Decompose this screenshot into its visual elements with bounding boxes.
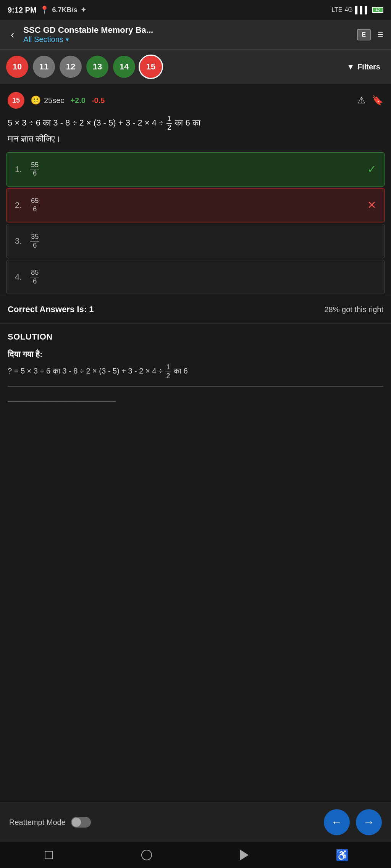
- question-meta: 15 🙂 25sec +2.0 -0.5 ⚠ 🔖: [8, 92, 383, 109]
- android-home-button[interactable]: [139, 847, 154, 863]
- tab-10[interactable]: 10: [6, 56, 28, 78]
- chevron-down-icon: ▾: [66, 36, 69, 43]
- solution-title: SOLUTION: [8, 332, 383, 342]
- option-4-number: 4.: [15, 272, 22, 282]
- question-text-part2: का 6 का: [173, 118, 200, 127]
- android-recents-button[interactable]: [41, 847, 57, 863]
- option-1-left: 1. 55 6: [15, 161, 40, 178]
- tab-15[interactable]: 15: [140, 56, 162, 78]
- question-tabs-row: 10 11 12 13 14 15 ▼ Filters: [0, 50, 391, 84]
- accessibility-icon: ♿: [336, 849, 349, 862]
- solution-given-label: दिया गया है:: [8, 349, 383, 359]
- page-title: SSC GD Constable Memory Ba...: [23, 25, 153, 35]
- option-1[interactable]: 1. 55 6 ✓: [6, 152, 385, 187]
- network-speed: 6.7KB/s: [52, 6, 78, 14]
- timer-value: 25sec: [44, 96, 64, 105]
- status-bar: 9:12 PM 📍 6.7KB/s ✦ LTE 4G ▌▌▌ 42: [0, 0, 391, 20]
- option-3-number: 3.: [15, 236, 22, 246]
- app-header: ‹ SSC GD Constable Memory Ba... All Sect…: [0, 20, 391, 50]
- option-2-frac: 65 6: [30, 197, 39, 214]
- solution-text-part1: ? = 5 × 3 ÷ 6 का 3 - 8 ÷ 2 × (3 - 5) + 3…: [8, 367, 165, 375]
- option-2-number: 2.: [15, 200, 22, 210]
- signal-bars: ▌▌▌: [355, 6, 370, 14]
- reattempt-toggle[interactable]: [71, 817, 91, 828]
- solution-text-part2: का 6: [171, 367, 187, 375]
- timer-area: 🙂 25sec: [31, 95, 64, 105]
- tab-13[interactable]: 13: [86, 56, 108, 78]
- back-button[interactable]: ‹: [8, 27, 17, 42]
- question-frac: 12: [166, 115, 172, 132]
- options-area: 1. 55 6 ✓ 2. 65 6 ✕ 3. 35 6: [0, 152, 391, 295]
- option-3-left: 3. 35 6: [15, 233, 40, 250]
- solution-continuation: ────────────────────: [8, 395, 383, 407]
- e-badge-button[interactable]: E: [357, 29, 371, 40]
- menu-button[interactable]: ≡: [378, 29, 383, 40]
- tab-11[interactable]: 11: [33, 56, 55, 78]
- option-3-frac: 35 6: [30, 233, 39, 250]
- option-4[interactable]: 4. 85 6: [6, 260, 385, 294]
- result-row: Correct Answers Is: 1 28% got this right: [0, 296, 391, 323]
- option-1-frac: 55 6: [30, 161, 39, 178]
- header-right: E ≡: [357, 29, 383, 40]
- option-2[interactable]: 2. 65 6 ✕: [6, 188, 385, 222]
- tab-12[interactable]: 12: [60, 56, 82, 78]
- android-back-button[interactable]: [237, 847, 252, 863]
- filters-button[interactable]: ▼ Filters: [342, 60, 385, 74]
- score-minus: -0.5: [92, 96, 105, 105]
- sections-label: All Sections: [23, 35, 63, 44]
- time-display: 9:12 PM: [8, 6, 37, 14]
- reattempt-section: Reattempt Mode: [9, 817, 91, 828]
- score-plus: +2.0: [70, 96, 85, 105]
- timer-icon: 🙂: [31, 95, 41, 105]
- question-area: 15 🙂 25sec +2.0 -0.5 ⚠ 🔖 5 × 3 ÷ 6 का 3 …: [0, 84, 391, 152]
- question-number-badge: 15: [8, 92, 24, 109]
- signal-lte: LTE: [331, 6, 342, 13]
- toggle-knob: [72, 818, 81, 827]
- bottom-bar: Reattempt Mode ← →: [0, 802, 391, 842]
- question-text-part1: 5 × 3 ÷ 6 का 3 - 8 ÷ 2 × (3 - 5) + 3 - 2…: [8, 118, 166, 127]
- question-text-part3: मान ज्ञात कीजिए।: [8, 134, 61, 143]
- option-1-number: 1.: [15, 164, 22, 174]
- correct-checkmark-icon: ✓: [367, 163, 376, 176]
- option-4-left: 4. 85 6: [15, 269, 40, 285]
- navigation-buttons: ← →: [324, 809, 382, 835]
- battery-level: 42: [375, 8, 380, 12]
- warning-icon[interactable]: ⚠: [357, 95, 366, 106]
- question-text: 5 × 3 ÷ 6 का 3 - 8 ÷ 2 × (3 - 5) + 3 - 2…: [8, 115, 383, 146]
- solution-frac: 12: [165, 363, 171, 380]
- filter-icon: ▼: [347, 63, 354, 71]
- battery-indicator: 42: [372, 7, 383, 13]
- wrong-cross-icon: ✕: [367, 199, 376, 211]
- android-accessibility-button[interactable]: ♿: [334, 847, 350, 863]
- signal-4g: 4G: [344, 6, 352, 13]
- location-icon: 📍: [40, 5, 49, 14]
- tab-14[interactable]: 14: [113, 56, 135, 78]
- solution-area: SOLUTION दिया गया है: ? = 5 × 3 ÷ 6 का 3…: [0, 323, 391, 415]
- header-left: ‹ SSC GD Constable Memory Ba... All Sect…: [8, 25, 153, 44]
- option-4-frac: 85 6: [30, 269, 39, 285]
- option-3[interactable]: 3. 35 6: [6, 224, 385, 258]
- filters-label: Filters: [357, 63, 380, 71]
- header-title-block: SSC GD Constable Memory Ba... All Sectio…: [23, 25, 153, 44]
- option-2-left: 2. 65 6: [15, 197, 40, 214]
- reattempt-label: Reattempt Mode: [9, 818, 66, 827]
- solution-text: ? = 5 × 3 ÷ 6 का 3 - 8 ÷ 2 × (3 - 5) + 3…: [8, 363, 383, 380]
- sections-dropdown[interactable]: All Sections ▾: [23, 35, 153, 44]
- meta-right-icons: ⚠ 🔖: [357, 95, 383, 106]
- status-right: LTE 4G ▌▌▌ 42: [331, 6, 383, 14]
- android-nav-bar: ♿: [0, 842, 391, 868]
- bookmark-icon[interactable]: 🔖: [372, 95, 383, 106]
- percent-correct-label: 28% got this right: [324, 305, 383, 314]
- next-button[interactable]: →: [356, 809, 382, 835]
- correct-answer-label: Correct Answers Is: 1: [8, 304, 94, 314]
- status-time: 9:12 PM 📍 6.7KB/s ✦: [8, 5, 86, 14]
- bluetooth-icon: ✦: [81, 6, 86, 14]
- prev-button[interactable]: ←: [324, 809, 350, 835]
